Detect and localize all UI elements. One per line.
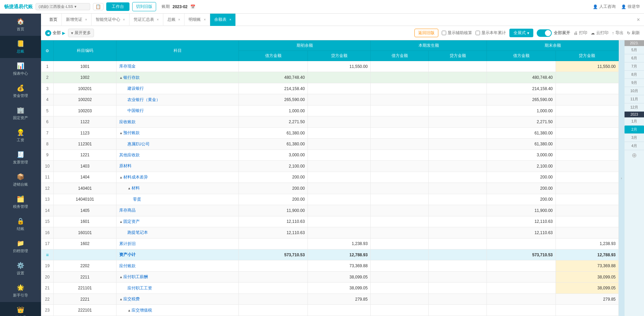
row-name[interactable]: ▲应交税费 (117, 293, 239, 304)
row-current-debit (371, 293, 429, 304)
month-12[interactable]: 12月 (625, 103, 644, 112)
month-7[interactable]: 7月 (625, 62, 644, 71)
sidebar-label-closing: 结账 (17, 226, 24, 231)
row-opening-credit: 38,099.05 (308, 283, 371, 293)
row-code: 1123 (54, 127, 117, 138)
month-10[interactable]: 10月 (625, 87, 644, 95)
show-auxiliary-checkbox[interactable] (442, 31, 446, 35)
row-current-credit (429, 183, 487, 194)
table-row: 11001库存现金11,550.0011,550.00 (41, 61, 619, 72)
right-sidebar-toggle[interactable]: › (619, 40, 624, 316)
tab-smart-voucher[interactable]: 智能凭证中心 × (92, 14, 129, 26)
sidebar-item-invoice[interactable]: 🧾 发票管理 (0, 147, 41, 169)
row-name[interactable]: 应收账款 (117, 116, 239, 127)
tab-close-balance-sheet[interactable]: × (229, 18, 231, 21)
company-selector[interactable]: (劝副) 江西股金-LSS ▾ (36, 3, 90, 10)
sidebar-item-archive[interactable]: 📁 归档管理 (0, 235, 41, 258)
month-1[interactable]: 1月 (625, 117, 644, 126)
tab-balance-sheet[interactable]: 余额表 × (210, 14, 236, 26)
row-name[interactable]: 库存现金 (117, 61, 239, 72)
row-current-debit (371, 172, 429, 183)
full-mode-button[interactable]: 全展式 ▾ (509, 29, 533, 37)
main-close-button[interactable]: × (637, 17, 640, 23)
row-name[interactable]: 应付账款 (117, 260, 239, 271)
row-number: 7 (41, 127, 54, 138)
tab-home[interactable]: 首页 (45, 14, 62, 26)
sidebar-item-home[interactable]: 🏠 首页 (0, 14, 41, 36)
row-name[interactable]: 原材料 (117, 161, 239, 172)
row-name[interactable]: 累计折旧 (117, 238, 239, 249)
row-opening-debit: 200.00 (239, 183, 308, 194)
payroll-icon: 👷 (17, 129, 24, 136)
row-number: 9 (41, 149, 54, 160)
copy-button[interactable]: 📋 (93, 3, 104, 10)
row-opening-debit: 3,000.00 (239, 149, 308, 160)
workbench-button[interactable]: 工作台 (106, 2, 129, 11)
row-code: 1403 (54, 161, 117, 172)
row-name[interactable]: ▲固定资产 (117, 216, 239, 227)
refresh-button[interactable]: ↻ 刷新 (627, 30, 640, 36)
row-name[interactable]: 其他应收款 (117, 149, 239, 160)
row-name[interactable]: ▲材料成本差异 (117, 172, 239, 183)
sidebar-item-member[interactable]: 👑 畅会员 (0, 302, 41, 316)
tab-close-detail-ledger[interactable]: × (204, 18, 206, 21)
month-3[interactable]: 3月 (625, 134, 644, 142)
tab-close-ledger[interactable]: × (178, 18, 180, 21)
row-code: 140401 (54, 183, 117, 194)
row-name[interactable]: ▲预付账款 (117, 127, 239, 138)
month-4[interactable]: 4月 (625, 142, 644, 150)
sidebar-item-reports[interactable]: 📊 报表中心 (0, 58, 41, 80)
table-row: 3100201建设银行214,158.40214,158.40 (41, 83, 619, 94)
sidebar-item-tax[interactable]: 🗂️ 税务管理 (0, 191, 41, 213)
row-closing-debit: 3,000.00 (487, 149, 556, 160)
sidebar-item-payroll[interactable]: 👷 工资 (0, 125, 41, 147)
cloud-print-button[interactable]: ☁ 云打印 (591, 30, 608, 36)
row-code: 1122 (54, 116, 117, 127)
month-2[interactable]: 2月 (625, 126, 644, 134)
expand-more-button[interactable]: ▾ 展开更多 (68, 29, 94, 37)
service-button[interactable]: 👤 人工咨询 (593, 4, 616, 10)
month-11[interactable]: 11月 (625, 95, 644, 103)
row-closing-credit (556, 94, 618, 105)
print-button[interactable]: 🖨 打印 (574, 30, 587, 36)
sidebar-item-purchase[interactable]: 📦 进销台账 (0, 169, 41, 191)
tab-close-add-voucher[interactable]: × (85, 18, 87, 21)
switch-version-button[interactable]: 切到旧版 (132, 2, 156, 11)
sidebar-item-assets[interactable]: 🏢 固定资产 (0, 102, 41, 125)
tab-close-smart-voucher[interactable]: × (123, 18, 125, 21)
sidebar-item-ledger[interactable]: 📒 总账 (0, 36, 41, 58)
table-wrapper[interactable]: ⚙ 科目编码 科目 期初余额 本期发生额 期末余额 借方金额 贷方金额 借方金额… (41, 40, 619, 316)
tab-voucher-summary[interactable]: 凭证汇总表 × (129, 14, 163, 26)
row-name[interactable]: ▲银行存款 (117, 72, 239, 83)
sidebar-item-closing[interactable]: 🔒 结账 (0, 213, 41, 235)
row-code: 222101 (54, 305, 117, 316)
row-opening-debit: 11,900.00 (239, 205, 308, 216)
month-9[interactable]: 9月 (625, 79, 644, 87)
balance-sheet-label: 余额表 (214, 17, 227, 23)
row-current-credit (429, 238, 487, 249)
return-old-button[interactable]: 返回旧版 (414, 29, 438, 37)
row-name[interactable]: ▲应付职工薪酬 (117, 271, 239, 282)
sidebar-item-funds[interactable]: 💰 资金管理 (0, 80, 41, 102)
user-menu[interactable]: 👤 徐逆华 (621, 4, 640, 10)
show-ytd-checkbox[interactable] (476, 31, 480, 35)
balance-table: ⚙ 科目编码 科目 期初余额 本期发生额 期末余额 借方金额 贷方金额 借方金额… (41, 40, 619, 316)
add-period-button[interactable]: ⊕ (625, 150, 644, 160)
year-label-2023-prev: 2023. (625, 40, 644, 46)
export-button[interactable]: ↑ 导出 (612, 30, 624, 36)
tab-detail-ledger[interactable]: 明细账 × (184, 14, 210, 26)
tab-ledger[interactable]: 总账 × (163, 14, 185, 26)
sidebar-item-guide[interactable]: 🌟 新手引导 (0, 280, 41, 302)
row-name[interactable]: 库存商品 (117, 205, 239, 216)
tab-add-voucher[interactable]: 新增凭证 × (62, 14, 92, 26)
sidebar-item-settings[interactable]: ⚙️ 设置 (0, 258, 41, 280)
header-closing-debit: 借方金额 (487, 51, 556, 61)
month-5[interactable]: 5月 (625, 46, 644, 54)
tab-close-voucher-summary[interactable]: × (157, 18, 159, 21)
header-settings: ⚙ (41, 41, 54, 61)
month-8[interactable]: 8月 (625, 71, 644, 79)
top-bar: 畅捷通易代账 (劝副) 江西股金-LSS ▾ 📋 工作台 切到旧版 账期 202… (0, 0, 644, 14)
expand-all-toggle[interactable] (537, 29, 552, 37)
month-6[interactable]: 6月 (625, 54, 644, 62)
row-closing-debit: 200.00 (487, 172, 556, 183)
